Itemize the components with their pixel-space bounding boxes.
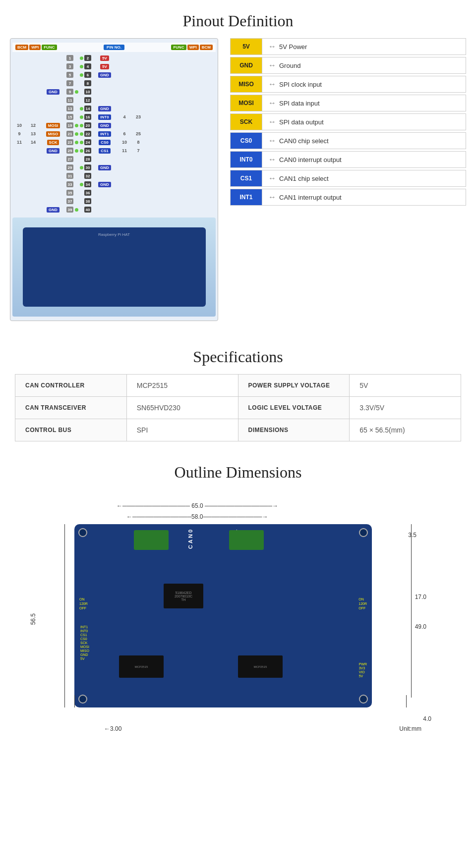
spec-key-1: CAN CONTROLLER — [15, 375, 127, 397]
dim-bl-line — [74, 695, 75, 707]
spec-row: CAN CONTROLLER MCP2515 POWER SUPPLY VOLT… — [15, 375, 461, 397]
header-badges: BCM WPI FUNC PIN NO. FUNC WPI BCM — [12, 43, 216, 52]
header-left: BCM WPI FUNC — [15, 45, 57, 50]
board-diagram: BCM WPI FUNC PIN NO. FUNC WPI BCM — [10, 38, 218, 321]
dim-565-label: 56.5 — [30, 613, 37, 625]
pin-row: 13 14 GND — [12, 105, 216, 112]
corner-hole-br — [359, 695, 368, 704]
spec-row: CONTROL BUS SPI DIMENSIONS 65 × 56.5(mm) — [15, 419, 461, 441]
corner-hole-bl — [78, 695, 87, 704]
terminal-can1 — [229, 530, 264, 550]
badge-wpi-right: WPI — [187, 45, 199, 50]
pinout-title: Pinout Definition — [0, 0, 476, 38]
spec-row: CAN TRANSCEIVER SN65HVD230 LOGIC LEVEL V… — [15, 397, 461, 419]
can0-label: CAN0 — [187, 528, 193, 549]
pin-row: 11 12 — [12, 96, 216, 104]
legend-item-5v: 5V ↔ 5V Power — [230, 38, 466, 55]
li-arrow-icon: ↔ — [268, 42, 276, 51]
li-arrow-icon: ↔ — [268, 174, 276, 183]
pinout-legend: 5V ↔ 5V Power GND ↔ Ground MISO ↔ SPI cl… — [230, 38, 466, 208]
li-label: CS0 — [231, 133, 262, 149]
legend-item-int1: INT1 ↔ CAN1 interrupt output — [230, 189, 466, 206]
pcb-label: Raspberry Pi HAT — [98, 232, 130, 237]
li-label: INT0 — [231, 152, 262, 167]
pin-row: 1 2 5V — [12, 54, 216, 62]
pin-row: 33 34 GND — [12, 180, 216, 188]
dim-300-label: ←3.00 — [104, 725, 121, 732]
spec-key-2: DIMENSIONS — [238, 419, 350, 441]
dim-17-label: 17.0 — [415, 594, 426, 600]
pin-row: 5 6 GND — [12, 71, 216, 79]
li-arrow-icon: ↔ — [268, 99, 276, 108]
outline-board: CAN0 CAN1 518642ED20078010CTH MCP2515 MC… — [74, 524, 372, 707]
left-pin-labels: INT1 INT0 CS1 CS0 SCK MOSI MISO GND 5V — [80, 625, 89, 660]
spec-val-2: 5V — [350, 375, 461, 397]
right-power-labels: PWR 3V3 VIO 5V — [359, 662, 367, 678]
li-desc: ↔ 5V Power — [262, 39, 313, 54]
right-labels: ON 120R OFF — [358, 597, 367, 610]
left-labels: ON 120R OFF — [79, 597, 88, 610]
badge-bcm-right: BCM — [200, 45, 213, 50]
badge-wpi-left: WPI — [29, 45, 41, 50]
specs-section: CAN CONTROLLER MCP2515 POWER SUPPLY VOLT… — [0, 374, 476, 451]
outline-diagram: ←──────────────── 65.0 ────────────────→… — [25, 494, 451, 737]
li-label: CS1 — [231, 170, 262, 186]
pinout-section: BCM WPI FUNC PIN NO. FUNC WPI BCM — [0, 38, 476, 336]
li-label: SCK — [231, 114, 262, 130]
mcp2515-2: MCP2515 — [238, 655, 283, 678]
li-arrow-icon: ↔ — [268, 80, 276, 89]
mcp2-label: MCP2515 — [254, 665, 267, 668]
dim-35-label: 3.5 — [408, 532, 416, 539]
spec-key-1: CAN TRANSCEIVER — [15, 397, 127, 419]
spec-key-1: CONTROL BUS — [15, 419, 127, 441]
dim-v-line-r — [411, 534, 412, 698]
pin-row: 10 12 MOSI 19 20 GND — [12, 121, 216, 129]
li-arrow-icon: ↔ — [268, 193, 276, 202]
li-desc: ↔ CAN0 interrupt output — [262, 152, 348, 167]
pin-row: 7 8 — [12, 79, 216, 87]
legend-item-miso: MISO ↔ SPI clock input — [230, 76, 466, 93]
li-desc: ↔ SPI data input — [262, 95, 326, 111]
spec-val-2: 3.3V/5V — [350, 397, 461, 419]
legend-item-sck: SCK ↔ SPI data output — [230, 113, 466, 130]
dim-v-line-l — [64, 524, 65, 707]
specs-title: Specifications — [0, 336, 476, 374]
li-arrow-icon: ↔ — [268, 136, 276, 145]
dim-58-label: ←──────────────58.0──────────────→ — [126, 513, 268, 520]
pin-row: 9 13 MISO 21 22 INT1 6 25 — [12, 130, 216, 138]
legend-item-mosi: MOSI ↔ SPI data input — [230, 95, 466, 111]
li-desc: ↔ SPI clock input — [262, 76, 328, 92]
badge-bcm-left: BCM — [15, 45, 28, 50]
badge-func-right: FUNC — [171, 45, 186, 50]
mcp2515-1: MCP2515 — [119, 655, 164, 678]
li-desc: ↔ CAN0 chip select — [262, 133, 335, 149]
li-label: MOSI — [231, 95, 262, 111]
board-pcb-image: Raspberry Pi HAT — [12, 217, 216, 317]
li-desc: ↔ SPI data output — [262, 114, 330, 130]
dims-section: ←──────────────── 65.0 ────────────────→… — [0, 494, 476, 757]
legend-item-cs1: CS1 ↔ CAN1 chip select — [230, 170, 466, 187]
header-right: FUNC WPI BCM — [171, 45, 213, 50]
pinout-content: BCM WPI FUNC PIN NO. FUNC WPI BCM — [10, 38, 466, 321]
badge-pinno-label: PIN NO. — [104, 45, 124, 50]
pin-rows: 1 2 5V 3 4 5V 5 6 GND 7 — [12, 54, 216, 214]
li-arrow-icon: ↔ — [268, 155, 276, 164]
mcp1-label: MCP2515 — [135, 665, 148, 668]
specs-table: CAN CONTROLLER MCP2515 POWER SUPPLY VOLT… — [15, 374, 461, 441]
pin-row: GND 25 26 CS1 11 7 — [12, 147, 216, 155]
ic-chip-1: 518642ED20078010CTH — [164, 584, 203, 608]
pin-row: GND 39 40 — [12, 206, 216, 214]
pin-row: 3 4 5V — [12, 62, 216, 70]
legend-item-gnd: GND ↔ Ground — [230, 57, 466, 74]
pin-diagram: BCM WPI FUNC PIN NO. FUNC WPI BCM — [10, 39, 218, 321]
pin-row: 31 32 — [12, 172, 216, 180]
pin-row: 29 30 GND — [12, 163, 216, 171]
pcb-board: Raspberry Pi HAT — [23, 227, 206, 307]
spec-key-2: LOGIC LEVEL VOLTAGE — [238, 397, 350, 419]
li-arrow-icon: ↔ — [268, 61, 276, 70]
pin-row: 15 16 INT0 4 23 — [12, 113, 216, 121]
badge-func-left: FUNC — [42, 45, 57, 50]
dim-40-label: 4.0 — [423, 715, 431, 722]
li-label: INT1 — [231, 189, 262, 205]
pin-row: 37 38 — [12, 197, 216, 205]
